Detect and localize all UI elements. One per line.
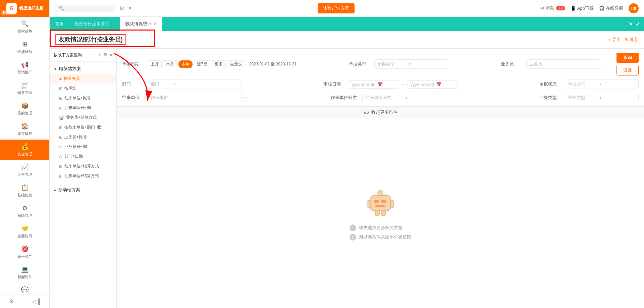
review-date-to[interactable]: yyyy-mm-dd 📅 <box>408 80 458 89</box>
scheme-item-salesperson-settlement[interactable]: 📊 业务员+结算方式 <box>50 113 116 122</box>
sidebar-item-label: 销售管理 <box>17 90 32 95</box>
voucher-type-select[interactable]: 单据类型 ▼ <box>374 59 448 69</box>
refresh-btn[interactable]: ↻ 刷新 <box>625 37 639 43</box>
date-btn-more[interactable]: 更多 <box>212 60 226 68</box>
item-label-ps2: 往来单位+结算方式 <box>64 173 99 179</box>
partner-value: 往来单位 <box>151 95 168 101</box>
online-service-btn[interactable]: 🎧 在线客服 <box>599 5 623 11</box>
sidebar-item-inventory[interactable]: 🏠 库存核算 <box>0 119 49 140</box>
sidebar-item-sales[interactable]: 🛒 销售管理 <box>0 78 49 99</box>
query-btn[interactable]: 查询 <box>616 53 639 63</box>
sidebar-item-finance[interactable]: 💰 资金管理 <box>0 140 49 160</box>
tab-collection[interactable]: 收款情况统计 ✕ <box>120 17 162 31</box>
scheme-item-salesperson-account[interactable]: ⊞ 业务员+账号 <box>50 132 116 142</box>
basicinfo-icon: 📋 <box>21 184 29 191</box>
scheme-item-partner-dept[interactable]: ⊞ 按往来单位+部门+收... <box>50 122 116 132</box>
sidebar-item-hardware[interactable]: 💻 智能硬件 <box>0 262 49 283</box>
sidebar-item-purchase[interactable]: 📦 采购管理 <box>0 99 49 119</box>
export-icon: ↑ <box>609 37 611 42</box>
scheme-item-partner-settlement1[interactable]: ⊞ 往来单位+结算方式 <box>50 161 116 171</box>
sidebar-item-system[interactable]: ⚙ 系统管理 <box>0 201 49 221</box>
topbar: 🔍 ⚙ ▼ 体验行业方案 ✉ 消息 99+ 📱 App下载 🎧 在线客服 Ri <box>50 0 644 17</box>
sidebar-settings-icon[interactable]: ⚙ <box>9 298 14 305</box>
scheme-settings-btn[interactable]: ⚙ <box>103 52 108 58</box>
enterprise-solution-btn[interactable]: 体验行业方案 <box>318 3 355 13</box>
date-btn-this-month[interactable]: 本月 <box>163 60 177 68</box>
tab-maximize-icon[interactable]: ⤢ <box>636 21 640 27</box>
dept-select[interactable]: 部门 ▼ <box>148 80 241 89</box>
item-icon-ss: 📊 <box>59 115 64 120</box>
inventory-icon: 🏠 <box>21 122 29 130</box>
search-box[interactable]: 🔍 <box>55 5 115 12</box>
topbar-settings-icon[interactable]: ⚙ <box>119 5 124 11</box>
collapse-btn[interactable]: ∧∧ 收起更多条件 <box>117 106 644 118</box>
scheme-item-partner-settlement2[interactable]: ⊞ 往来单位+结算方式 <box>50 171 116 181</box>
date-btn-7days[interactable]: 近7天 <box>194 60 210 68</box>
app-download-btn[interactable]: 📱 App下载 <box>571 5 594 11</box>
scheme-item-partner-account[interactable]: ⊞ 往来单位+账号 <box>50 93 116 103</box>
tab-home[interactable]: 首页 <box>50 17 69 31</box>
partner-more-icon[interactable]: ··· <box>243 95 247 101</box>
main-area: 🔍 ⚙ ▼ 体验行业方案 ✉ 消息 99+ 📱 App下载 🎧 在线客服 Ri <box>50 0 644 308</box>
settings-btn[interactable]: 设置 <box>616 65 639 75</box>
scheme-item-by-salesperson[interactable]: ● 按业务员 <box>50 74 116 84</box>
scheme-group-desktop-title[interactable]: ▼ 电脑端方案 <box>50 64 116 74</box>
sidebar-item-search[interactable]: 🔍 搜索菜单 <box>0 17 49 37</box>
salesperson-select[interactable]: 业务员 <box>526 59 600 69</box>
salesperson-value: 业务员 <box>529 61 542 67</box>
item-label-salesperson: 按业务员 <box>64 76 80 82</box>
date-buttons: 上月 本月 本年 近7天 更多 自定义 2023-01-01 至 2023-12… <box>148 60 297 68</box>
scheme-group-mobile-title[interactable]: ▶ 移动端方案 <box>50 185 116 195</box>
date-btn-last-month[interactable]: 上月 <box>148 60 162 68</box>
tab-collection-close[interactable]: ✕ <box>154 21 157 26</box>
biz-type-select[interactable]: 业务类型 ▼ <box>565 93 639 102</box>
scheme-add-btn[interactable]: + <box>98 52 101 58</box>
export-btn[interactable]: ↑ 导出 <box>609 37 621 43</box>
tab-cashflow-close[interactable]: ✕ <box>111 21 115 26</box>
marketing-icon: 📢 <box>21 61 29 68</box>
system-icon: ⚙ <box>22 204 28 212</box>
svg-rect-8 <box>375 211 379 216</box>
partner-select[interactable]: 往来单位 <box>148 93 241 102</box>
date-btn-this-year[interactable]: 本年 <box>178 60 193 68</box>
voucher-status-value: 单据状态 <box>568 81 585 87</box>
review-date-from[interactable]: yyyy-mm-dd 📅 <box>349 80 399 89</box>
partner-category-select[interactable]: 往来单位分类 ▼ <box>362 93 436 102</box>
voucher-status-select[interactable]: 单据状态 ▼ <box>565 80 639 89</box>
scheme-item-partner-date[interactable]: ⊞ 往来单位+日期 <box>50 103 116 113</box>
scheme-group-mobile: ▶ 移动端方案 <box>50 183 116 197</box>
download-icon: 📱 <box>571 6 576 11</box>
messages-btn[interactable]: ✉ 消息 99+ <box>540 5 565 11</box>
scheme-item-dept-date[interactable]: ⊙ 部门+日期 <box>50 152 116 161</box>
filter-row-2: 部门 部门 ▼ 审核日期 yyyy-mm-dd 📅 — <box>122 80 639 89</box>
sidebar-item-guide[interactable]: 🎯 新手引导 <box>0 242 49 262</box>
sidebar-collapse-icon[interactable]: ◁▐ <box>32 298 40 305</box>
sidebar-item-operation[interactable]: 📈 经营管理 <box>0 160 49 181</box>
topbar-left: 🔍 ⚙ ▼ <box>55 5 132 12</box>
tab-cashflow[interactable]: 现金银行流水查询 ✕ <box>69 17 120 31</box>
salesperson-more-icon[interactable]: ··· <box>601 61 606 67</box>
sidebar-item-label: 新手引导 <box>17 254 32 259</box>
service-icon: 🎧 <box>599 6 604 11</box>
user-avatar[interactable]: Rit <box>629 3 639 13</box>
topbar-dropdown-icon[interactable]: ▼ <box>128 6 132 11</box>
item-label-ps1: 往来单位+结算方式 <box>64 163 99 169</box>
tip-text-2: 用过滤条件来缩小分析范围 <box>359 234 411 240</box>
scheme-item-salesperson-date[interactable]: ⊙ 业务员+日期 <box>50 142 116 152</box>
search-icon: 🔍 <box>21 20 29 28</box>
sidebar-item-marketing[interactable]: 📢 营销推广 <box>0 58 49 78</box>
guide-icon: 🎯 <box>21 245 29 253</box>
item-icon-pa: ⊞ <box>59 96 62 101</box>
date-btn-custom[interactable]: 自定义 <box>227 60 245 68</box>
content-area: 按以下方案查询 + ⚙ « ▼ 电脑端方案 ● 按业务员 <box>50 49 644 308</box>
scheme-collapse-btn[interactable]: « <box>110 52 112 58</box>
sidebar-item-wxwork[interactable]: 💬 企业微信 <box>0 283 49 295</box>
sidebar-item-quicknav[interactable]: ⊞ 快捷导航 <box>0 37 49 58</box>
item-label-pd: 往来单位+日期 <box>64 105 91 111</box>
sidebar-item-basicinfo[interactable]: 📋 基础信息 <box>0 181 49 201</box>
voucher-type-label: 单据类型 <box>349 61 369 67</box>
refresh-label: 刷新 <box>630 37 639 43</box>
tab-close-all-icon[interactable]: ✕ <box>629 21 633 27</box>
scheme-item-by-detail[interactable]: ⊞ 按明细 <box>50 84 116 93</box>
sidebar-item-enterprise[interactable]: 🤝 企业协同 <box>0 221 49 242</box>
